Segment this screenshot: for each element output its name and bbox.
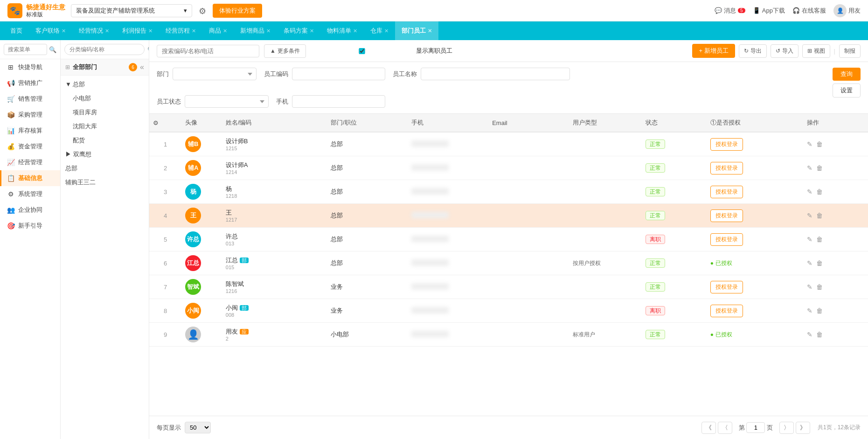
query-button[interactable]: 查询 <box>833 68 861 81</box>
delete-icon[interactable]: 🗑 <box>816 236 823 243</box>
sidebar-item-marketing[interactable]: 📢营销推广 <box>0 75 60 91</box>
delete-icon[interactable]: 🗑 <box>816 331 823 338</box>
edit-icon[interactable]: ✎ <box>807 140 812 148</box>
edit-icon[interactable]: ✎ <box>807 331 812 338</box>
nav-tab-material[interactable]: 物料清单✕ <box>320 21 364 40</box>
more-filters-button[interactable]: ▲ 更多条件 <box>264 44 306 58</box>
delete-icon[interactable]: 🗑 <box>816 188 823 195</box>
edit-icon[interactable]: ✎ <box>807 283 812 291</box>
tab-close-icon[interactable]: ✕ <box>310 28 314 34</box>
tab-close-icon[interactable]: ✕ <box>192 28 196 34</box>
dept-filter-select[interactable] <box>173 68 257 80</box>
auth-login-button[interactable]: 授权登录 <box>710 233 743 246</box>
search-input[interactable] <box>157 45 259 57</box>
print-button[interactable]: 制报 <box>839 44 861 58</box>
nav-tab-warehouse[interactable]: 仓库✕ <box>364 21 395 40</box>
delete-icon[interactable]: 🗑 <box>816 212 823 219</box>
dept-node-zongbu[interactable]: 总部 <box>61 161 149 175</box>
next-page-button[interactable]: 〉 <box>779 422 794 434</box>
set-button[interactable]: 设置 <box>833 84 861 98</box>
sidebar-item-enterprise[interactable]: 👥企业协同 <box>0 202 60 218</box>
dept-node-buzhuang[interactable]: 辅购王三二 <box>61 175 149 189</box>
nav-tab-profit[interactable]: 利润报告✕ <box>116 21 159 40</box>
nav-tab-barcode[interactable]: 条码方案✕ <box>277 21 320 40</box>
first-page-button[interactable]: 《 <box>701 422 716 434</box>
auth-login-button[interactable]: 授权登录 <box>710 305 743 317</box>
online-service-button[interactable]: 🎧 在线客服 <box>792 7 826 15</box>
sys-title[interactable]: 装备及固定资产辅助管理系统 ▾ <box>71 4 192 17</box>
nav-tab-customer[interactable]: 客户联络✕ <box>29 21 72 40</box>
tab-close-icon[interactable]: ✕ <box>62 28 66 34</box>
name-filter-input[interactable] <box>421 68 570 80</box>
page-number-input[interactable] <box>746 422 765 433</box>
view-button[interactable]: ⊞ 视图 <box>802 44 830 58</box>
last-page-button[interactable]: 》 <box>796 422 810 434</box>
sidebar-search-input[interactable] <box>4 44 47 55</box>
dept-node-xiaodian[interactable]: 小电部 <box>61 91 149 105</box>
nav-tab-newgoods[interactable]: 新增商品✕ <box>234 21 277 40</box>
nav-tab-home[interactable]: 首页 <box>4 21 29 40</box>
edit-icon[interactable]: ✎ <box>807 188 812 195</box>
sidebar-item-guide[interactable]: 🎯新手引导 <box>0 218 60 234</box>
auth-login-button[interactable]: 授权登录 <box>710 186 743 198</box>
dept-node-zongshe[interactable]: ▼ 总部 <box>61 77 149 91</box>
nav-tab-business[interactable]: 经营情况✕ <box>72 21 116 40</box>
auth-login-button[interactable]: 授权登录 <box>710 138 743 151</box>
user-area[interactable]: 👤 用友 <box>833 4 861 17</box>
nav-tab-staff[interactable]: 部门员工✕ <box>395 21 438 40</box>
dept-node-xiangmu[interactable]: 项目库房 <box>61 105 149 119</box>
tab-close-icon[interactable]: ✕ <box>353 28 357 34</box>
trial-button[interactable]: 体验行业方案 <box>213 4 262 18</box>
show-resign-checkbox[interactable] <box>311 48 413 54</box>
message-button[interactable]: 💬 消息 5 <box>715 7 745 15</box>
delete-icon[interactable]: 🗑 <box>816 283 823 291</box>
phone-filter-input[interactable] <box>292 95 385 108</box>
add-employee-button[interactable]: + 新增员工 <box>692 44 735 58</box>
tab-close-icon[interactable]: ✕ <box>266 28 271 34</box>
tab-close-icon[interactable]: ✕ <box>148 28 153 34</box>
dept-node-shuangying[interactable]: ▶ 双鹰想 <box>61 147 149 161</box>
tab-close-icon[interactable]: ✕ <box>105 28 109 34</box>
delete-icon[interactable]: 🗑 <box>816 140 823 148</box>
tab-close-icon[interactable]: ✕ <box>428 28 432 34</box>
delete-icon[interactable]: 🗑 <box>816 259 823 267</box>
edit-icon[interactable]: ✎ <box>807 164 812 172</box>
delete-icon[interactable]: 🗑 <box>816 164 823 172</box>
edit-icon[interactable]: ✎ <box>807 259 812 267</box>
edit-icon[interactable]: ✎ <box>807 212 812 219</box>
sidebar-item-finance[interactable]: 💰资金管理 <box>0 139 60 154</box>
sidebar-item-inventory[interactable]: 📊库存核算 <box>0 123 60 139</box>
sidebar-item-purchase[interactable]: 📦采购管理 <box>0 107 60 123</box>
delete-icon[interactable]: 🗑 <box>816 307 823 314</box>
import-button[interactable]: ↺ 导入 <box>771 44 799 58</box>
edit-icon[interactable]: ✎ <box>807 236 812 243</box>
sidebar-item-sales[interactable]: 🛒销售管理 <box>0 91 60 107</box>
export-button[interactable]: ↻ 导出 <box>739 44 767 58</box>
dept-search-input[interactable] <box>64 44 145 55</box>
auth-login-button[interactable]: 授权登录 <box>710 162 743 174</box>
app-download-button[interactable]: 📱 App下载 <box>753 7 785 15</box>
avatar: 许总 <box>185 231 201 247</box>
show-resign-toggle[interactable]: 显示离职员工 <box>311 47 452 55</box>
sidebar-item-base[interactable]: 📋基础信息 <box>0 170 60 186</box>
dept-node-shenyang[interactable]: 沈阳大库 <box>61 119 149 133</box>
dept-collapse-icon[interactable]: « <box>140 63 144 71</box>
per-page-select[interactable]: 50 100 200 <box>185 422 211 433</box>
auth-login-button[interactable]: 授权登录 <box>710 209 743 222</box>
status-filter-select[interactable] <box>185 95 269 108</box>
nav-tab-goods[interactable]: 商品✕ <box>202 21 234 40</box>
auth-login-button[interactable]: 授权登录 <box>710 281 743 293</box>
nav-tab-process[interactable]: 经营历程✕ <box>159 21 202 40</box>
dept-node-peihuo[interactable]: 配货 <box>61 133 149 147</box>
settings-icon[interactable]: ⚙ <box>198 6 207 15</box>
code-filter-input[interactable] <box>292 68 385 80</box>
sidebar-item-system[interactable]: ⚙系统管理 <box>0 186 60 202</box>
tab-close-icon[interactable]: ✕ <box>223 28 227 34</box>
edit-icon[interactable]: ✎ <box>807 307 812 314</box>
col-header-settings[interactable]: ⚙ <box>149 114 181 132</box>
prev-page-button[interactable]: 〈 <box>718 422 732 434</box>
sidebar-item-operation[interactable]: 📈经营管理 <box>0 154 60 170</box>
sidebar-item-quick-nav[interactable]: ⊞快捷导航 <box>0 59 60 75</box>
tab-close-icon[interactable]: ✕ <box>384 28 389 34</box>
avatar-cell: 智斌 <box>181 275 222 299</box>
